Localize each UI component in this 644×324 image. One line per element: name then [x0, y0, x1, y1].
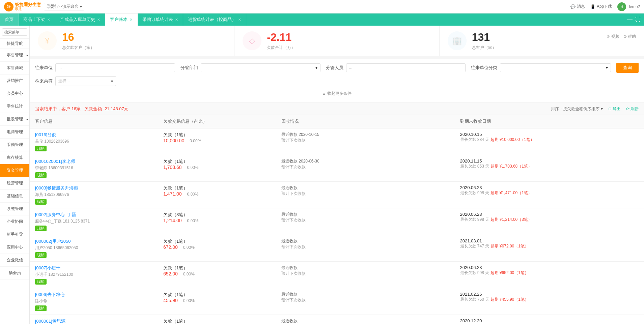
sidebar-item-wholesale-mgmt[interactable]: 批发管理 ▾ — [0, 113, 29, 126]
sidebar-item-retail-stats[interactable]: 零售统计 — [0, 100, 29, 113]
next-payment: 预计下次收款 — [281, 138, 460, 143]
overdue-link[interactable]: 超期 ¥1,471.00（1笔） — [491, 190, 532, 195]
sidebar-item-ecommerce[interactable]: 电商管理 — [0, 126, 29, 139]
debt-amount[interactable]: 1,703.68 — [163, 165, 182, 170]
overdue-cell: 2020.06.23 最长欠款 998 天 超期 ¥1,214.00（3笔） — [460, 212, 639, 231]
tab-customer-ledger[interactable]: 客户账本✕ — [105, 13, 138, 26]
debt-amount[interactable]: 652.00 — [163, 271, 178, 276]
export-button[interactable]: ⊙ 导出 — [608, 106, 621, 112]
sidebar-item-retail-mall[interactable]: 零售商城 — [0, 62, 29, 75]
overdue-link[interactable]: 超期 ¥1,703.68（1笔） — [491, 164, 532, 169]
tab-product-listing[interactable]: 商品上下架✕ — [19, 13, 55, 26]
debt-amount[interactable]: 1,471.00 — [163, 191, 182, 197]
sort-button[interactable]: 排序：按欠款金额倒序排序 ▾ — [551, 106, 603, 112]
overdue-date: 2020.06.23 — [460, 212, 639, 217]
close-icon[interactable]: ✕ — [238, 18, 241, 22]
sidebar-item-member-center[interactable]: 会员中心 — [0, 87, 29, 100]
message-icon: 💬 — [570, 4, 576, 9]
customer-name-link[interactable]: [000002]用户2050 — [35, 239, 71, 244]
overdue-link[interactable]: 超期 ¥652.00（1笔） — [491, 270, 529, 275]
overdue-link[interactable]: 超期 ¥1,214.00（3笔） — [491, 217, 532, 222]
sidebar-item-quick-nav[interactable]: 快捷导航 — [0, 39, 29, 49]
expand-icon[interactable]: ⛶ — [635, 17, 641, 23]
help-btn[interactable]: ⊘ 帮助 — [623, 34, 636, 39]
debt-amount[interactable]: 1,214.00 — [163, 218, 182, 223]
stat-card-total-customers: 🏢 131 总客户（家） ⊙ 视频 ⊘ 帮助 — [440, 26, 644, 56]
minimize-icon[interactable]: — — [627, 17, 633, 23]
sidebar-item-purchase[interactable]: 采购管理 — [0, 139, 29, 151]
stat-content-1: 16 总欠款客户（家） — [62, 31, 94, 51]
sidebar-item-marketing[interactable]: 营销推广 — [0, 75, 29, 87]
sidebar-search-area — [0, 26, 29, 39]
debt-info-cell: 欠款（1笔） 10,000.00 0.00% — [163, 132, 281, 151]
sidebar-item-system[interactable]: 系统管理 — [0, 203, 29, 215]
tab-purchase-summary[interactable]: 进货单统计表（按商品）✕ — [183, 13, 246, 26]
sidebar-item-wechat[interactable]: 企业微信 — [0, 254, 29, 267]
customer-name-link[interactable]: [0007]小进千 — [35, 265, 60, 270]
customer-name-link[interactable]: [0003]畅捷服务尹海燕 — [35, 185, 78, 190]
filter-select-dept[interactable]: ▾ — [201, 63, 320, 72]
debt-amount[interactable]: 672.00 — [163, 244, 178, 250]
customer-name-link[interactable]: [0006]去下粮仓 — [35, 292, 65, 297]
sidebar-item-member[interactable]: 畅会员 — [0, 267, 29, 279]
debt-amount[interactable]: 10,000.00 — [163, 138, 184, 143]
filter-item-dept: 分管部门 ▾ — [180, 63, 320, 72]
customer-name-link[interactable]: [0016]吕俊 — [35, 132, 56, 137]
sidebar-item-enterprise[interactable]: 企业协同 — [0, 215, 29, 228]
customer-name-link[interactable]: [000001]黄思源 — [35, 319, 65, 324]
debt-pct: 0.00% — [183, 272, 195, 276]
store-selector[interactable]: 母婴行业演示账套 ▾ — [44, 3, 84, 10]
close-icon[interactable]: ✕ — [47, 18, 50, 22]
tab-home[interactable]: 首页 — [0, 13, 19, 26]
sidebar-item-basic-info[interactable]: 基础信息 — [0, 190, 29, 203]
customer-phone: 海燕 18513066976 — [35, 192, 163, 198]
sidebar-item-finance[interactable]: 资金管理 — [0, 164, 29, 177]
video-btn[interactable]: ⊙ 视频 — [607, 34, 619, 39]
filter-input-person[interactable]: ... — [346, 63, 466, 72]
sidebar-item-inventory[interactable]: 库存核算 — [0, 151, 29, 164]
sidebar-item-guide[interactable]: 新手引导 — [0, 228, 29, 241]
nav-label: 示范 — [15, 7, 41, 11]
close-icon[interactable]: ✕ — [130, 18, 133, 22]
export-icon: ⊙ — [608, 107, 612, 111]
filter-item-person: 分管人员 ... — [326, 63, 466, 72]
sidebar-item-retail-mgmt[interactable]: 零售管理 ▾ — [0, 49, 29, 62]
customer-info-cell: [0003]畅捷服务尹海燕 海燕 18513066976 现销 — [35, 185, 163, 205]
customer-info-cell: [0006]去下粮仓 陈小希 现销 — [35, 292, 163, 311]
overdue-link[interactable]: 超期 ¥672.00（1笔） — [491, 244, 529, 248]
sidebar-item-apps[interactable]: 应用中心 — [0, 241, 29, 254]
collapse-filter-btn[interactable]: ▲ 收起更多条件 — [35, 89, 639, 98]
overdue-link[interactable]: 超期 ¥10,000.00（1笔） — [491, 137, 534, 142]
customer-name-link[interactable]: [0002]服务中心_丁磊 — [35, 212, 76, 217]
search-input[interactable] — [2, 28, 27, 36]
app-download-btn[interactable]: 📱 App下载 — [590, 4, 612, 9]
filter-select-balance[interactable]: 选择... ▾ — [55, 76, 116, 86]
debt-amount[interactable]: 455.90 — [163, 298, 178, 303]
debt-count: 欠款（1笔） — [163, 265, 281, 271]
filter-select-category[interactable]: ▾ — [500, 63, 611, 72]
stat-label-debtors: 总欠款客户（家） — [62, 45, 94, 51]
message-btn[interactable]: 💬 消息 — [570, 4, 585, 9]
tab-purchase-stats[interactable]: 采购订单统计表✕ — [138, 13, 183, 26]
customer-info-cell: [000002]用户2050 用户2050 18665062050 现销 — [35, 238, 163, 258]
tab-production-history[interactable]: 产成品入库单历史✕ — [55, 13, 105, 26]
sidebar-item-operations[interactable]: 经营管理 — [0, 177, 29, 190]
latest-payment: 最近收款 2020-10-15 — [281, 132, 460, 138]
overdue-days: 最长欠款 998 天 超期 ¥652.00（1笔） — [460, 270, 639, 276]
table-row: [000002]用户2050 用户2050 18665062050 现销 欠款（… — [30, 235, 644, 262]
close-icon[interactable]: ✕ — [97, 18, 100, 22]
refresh-button[interactable]: ⟳ 刷新 — [626, 106, 639, 112]
main-layout: 快捷导航 零售管理 ▾ 零售商城 营销推广 会员中心 零售统计 批发管理 ▾ 电… — [0, 26, 644, 324]
search-button[interactable]: 查询 — [616, 63, 639, 73]
customer-name-link[interactable]: [0001020001]李老师 — [35, 159, 75, 164]
customer-phone: 陈小希 — [35, 298, 163, 304]
user-profile-btn[interactable]: d demo2 — [617, 2, 640, 11]
latest-payment: 最近收款 — [281, 212, 460, 217]
overdue-link[interactable]: 超期 ¥455.90（1笔） — [491, 297, 529, 302]
app-download-label: App下载 — [597, 4, 612, 9]
payment-cell: 最近收款 预计下次收款 — [281, 265, 460, 285]
message-label: 消息 — [577, 4, 585, 9]
filter-input-customer[interactable]: ... — [55, 63, 175, 72]
stat-value-debtors: 16 — [62, 31, 94, 43]
close-icon[interactable]: ✕ — [175, 18, 178, 22]
